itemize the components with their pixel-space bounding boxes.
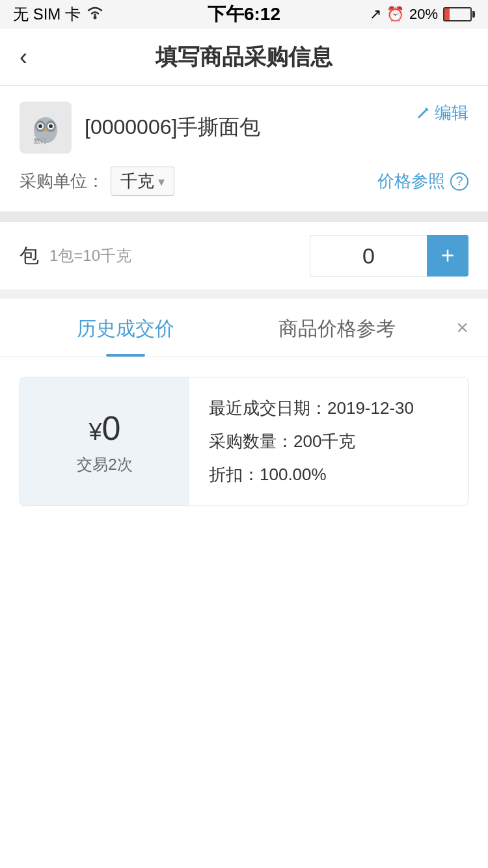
price-symbol: ¥ [89,418,102,445]
nav-bar: ‹ 填写商品采购信息 [0,29,488,86]
carrier-text: 无 SIM 卡 [13,4,81,25]
recent-date-value: 2019-12-30 [327,398,414,418]
battery-percent: 20% [409,6,438,23]
section-divider [0,211,488,222]
plus-icon: + [441,242,454,269]
product-header: 数订 [0000006]手撕面包 编辑 [20,102,468,154]
product-section: 数订 [0000006]手撕面包 编辑 采购单位： 千克 ▾ 价格参照 [0,86,488,211]
product-thumb-image: 数订 [23,105,68,150]
tab-history-label: 历史成交价 [77,318,174,339]
wifi-icon [86,5,104,23]
quantity-plus-button[interactable]: + [427,235,468,277]
purchase-qty-value: 200千克 [293,431,355,451]
price-ref-icon: ? [450,172,468,191]
price-ref-button[interactable]: 价格参照 ? [377,170,468,193]
discount-value: 100.00% [260,465,327,484]
tabs-header: 历史成交价 商品价格参考 × [0,299,488,357]
svg-point-0 [94,16,97,20]
battery-icon [443,7,475,21]
svg-point-7 [49,124,53,128]
history-content: ¥0 交易2次 最近成交日期：2019-12-30 采购数量：200千克 折扣：… [0,357,488,526]
quantity-sub-label: 1包=10千克 [49,245,131,266]
location-icon: ↗ [370,6,381,23]
bottom-space [0,526,488,868]
history-trades: 交易2次 [77,454,132,475]
svg-point-6 [38,124,42,128]
svg-text:数订: 数订 [34,137,47,144]
history-price: ¥0 [89,409,121,448]
tab-price-ref-label: 商品价格参考 [278,318,396,339]
purchase-qty-label: 采购数量： [209,431,293,451]
nav-title: 填写商品采购信息 [156,42,332,72]
unit-label: 采购单位： [20,170,104,193]
quantity-label: 包 1包=10千克 [20,243,131,269]
quantity-unit: 包 [20,243,39,269]
status-right: ↗ ⏰ 20% [370,6,475,23]
price-value: 0 [102,409,121,447]
price-ref-label: 价格参照 [377,170,445,193]
history-card-right: 最近成交日期：2019-12-30 采购数量：200千克 折扣：100.00% [189,377,468,506]
recent-date-row: 最近成交日期：2019-12-30 [209,397,448,420]
discount-label: 折扣： [209,465,260,484]
dropdown-icon: ▾ [158,174,165,189]
unit-row: 采购单位： 千克 ▾ 价格参照 ? [20,167,468,196]
product-thumbnail: 数订 [20,102,72,154]
product-name: [0000006]手撕面包 [85,113,260,142]
status-left: 无 SIM 卡 [13,4,104,25]
close-icon: × [456,316,468,340]
recent-date-label: 最近成交日期： [209,398,327,418]
alarm-icon: ⏰ [386,6,404,23]
quantity-input-group: + [310,235,468,277]
status-bar: 无 SIM 卡 下午6:12 ↗ ⏰ 20% [0,0,488,29]
tab-history-price[interactable]: 历史成交价 [20,299,232,357]
history-card-left: ¥0 交易2次 [20,377,189,506]
status-time: 下午6:12 [208,2,280,27]
product-left: 数订 [0000006]手撕面包 [20,102,260,154]
history-card: ¥0 交易2次 最近成交日期：2019-12-30 采购数量：200千克 折扣：… [20,377,468,506]
tab-price-ref[interactable]: 商品价格参考 [232,299,444,357]
unit-select[interactable]: 千克 ▾ [111,167,174,196]
quantity-section: 包 1包=10千克 + [0,222,488,290]
unit-value: 千克 [120,170,154,193]
tabs-close-button[interactable]: × [443,303,468,353]
quantity-input[interactable] [310,235,427,277]
back-button[interactable]: ‹ [20,37,34,77]
purchase-qty-row: 采购数量：200千克 [209,430,448,453]
edit-label: 编辑 [435,102,468,124]
tabs-section: 历史成交价 商品价格参考 × ¥0 交易2次 最近成交日期：2019-12-30… [0,299,488,526]
edit-button[interactable]: 编辑 [415,102,468,124]
discount-row: 折扣：100.00% [209,463,448,486]
